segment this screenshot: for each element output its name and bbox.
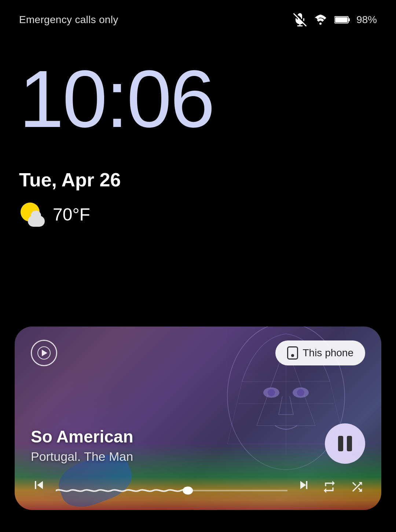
play-icon-inner [37, 346, 51, 360]
progress-bar-container[interactable] [56, 485, 287, 488]
status-right-icons: 98% [293, 13, 377, 26]
pause-button[interactable] [325, 423, 365, 464]
date-display: Tue, Apr 26 [19, 169, 377, 191]
music-player-card[interactable]: This phone So American Portugal. The Man [15, 327, 381, 510]
svg-point-23 [183, 487, 193, 495]
clock-section: 10:06 [0, 29, 396, 139]
status-bar: Emergency calls only [0, 0, 396, 29]
progress-row [31, 477, 365, 497]
extra-controls [321, 479, 365, 495]
cloud-icon [28, 216, 45, 227]
weather-row: 70°F [19, 201, 377, 227]
shuffle-button[interactable] [349, 479, 365, 495]
svg-rect-6 [335, 17, 348, 22]
skip-previous-button[interactable] [31, 477, 47, 497]
pause-bar-left [338, 436, 343, 451]
track-info: So American Portugal. The Man [31, 427, 318, 464]
wifi-icon [313, 13, 328, 26]
skip-next-button[interactable] [296, 477, 312, 497]
battery-percent-text: 98% [356, 14, 377, 26]
clock-display: 10:06 [19, 59, 377, 139]
player-top-row: This phone [31, 340, 365, 366]
status-icon-group [293, 13, 351, 26]
date-weather-section: Tue, Apr 26 70°F [0, 139, 396, 227]
progress-bar-squiggle [56, 485, 287, 496]
mute-icon [293, 13, 307, 26]
phone-device-icon [287, 346, 298, 360]
pause-icon [338, 436, 352, 451]
player-controls [31, 477, 365, 497]
pause-bar-right [347, 436, 352, 451]
svg-rect-5 [348, 18, 350, 21]
status-carrier-text: Emergency calls only [19, 14, 118, 26]
weather-icon [19, 201, 45, 227]
media-app-icon[interactable] [31, 340, 57, 366]
battery-icon [334, 14, 351, 25]
this-phone-button[interactable]: This phone [275, 340, 365, 365]
track-artist: Portugal. The Man [31, 449, 318, 464]
temperature-display: 70°F [53, 204, 90, 225]
player-content: This phone So American Portugal. The Man [15, 327, 381, 510]
play-triangle-icon [42, 350, 47, 356]
this-phone-label: This phone [302, 347, 353, 359]
repeat-button[interactable] [321, 479, 337, 495]
track-title: So American [31, 427, 318, 447]
svg-point-3 [319, 23, 322, 25]
player-middle-row: So American Portugal. The Man [31, 423, 365, 464]
